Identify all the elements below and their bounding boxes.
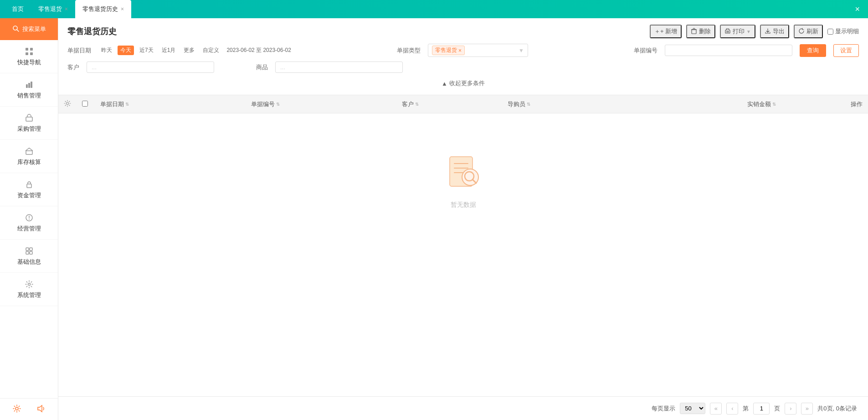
svg-rect-16	[30, 248, 32, 251]
sidebar-item-finance[interactable]: 资金管理	[0, 173, 58, 206]
tab-return-history-close[interactable]: ×	[121, 6, 124, 12]
column-settings-icon[interactable]	[64, 102, 71, 108]
info-icon	[24, 246, 34, 256]
volume-icon[interactable]	[36, 404, 46, 415]
sidebar-item-system[interactable]: 系统管理	[0, 273, 58, 306]
tab-return[interactable]: 零售退货 ×	[31, 0, 75, 18]
sort-amount[interactable]: 实销金额	[747, 100, 776, 108]
svg-rect-3	[30, 48, 33, 51]
page-number-input[interactable]	[753, 403, 770, 415]
th-settings	[58, 95, 77, 113]
window-close-button[interactable]: ×	[851, 5, 863, 14]
show-detail-checkbox-label[interactable]: 显示明细	[827, 27, 859, 36]
export-button[interactable]: 导出	[760, 25, 789, 38]
sort-guide[interactable]: 导购员	[508, 100, 530, 108]
date-btn-custom[interactable]: 自定义	[200, 46, 222, 55]
empty-text: 暂无数据	[451, 201, 476, 209]
tab-return-history[interactable]: 零售退货历史 ×	[75, 0, 131, 18]
per-page-select[interactable]: 50 10 20 100	[680, 403, 705, 414]
main-layout: 搜索菜单 快捷导航 销售管理 采购管理 库存核算	[0, 18, 868, 420]
voucher-input[interactable]	[665, 45, 792, 56]
per-page-label: 每页显示	[652, 405, 675, 413]
svg-point-26	[67, 102, 69, 105]
sidebar-item-operation[interactable]: 经营管理	[0, 206, 58, 240]
gear-icon[interactable]	[12, 404, 21, 415]
date-btn-1month[interactable]: 近1月	[159, 46, 179, 55]
collapse-button[interactable]: ▲ 收起更多条件	[442, 77, 485, 89]
svg-point-14	[29, 219, 30, 220]
sidebar-item-sales[interactable]: 销售管理	[0, 73, 58, 107]
sidebar-search[interactable]: 搜索菜单	[0, 18, 58, 40]
sort-voucher-no[interactable]: 单据编号	[251, 100, 280, 108]
svg-rect-11	[27, 184, 31, 188]
goods-input[interactable]: ...	[275, 61, 403, 73]
voucher-label: 单据编号	[634, 46, 657, 55]
customer-input[interactable]: ...	[87, 61, 214, 73]
add-button[interactable]: ＋ + 新增	[650, 25, 682, 38]
svg-rect-17	[26, 251, 29, 254]
sort-customer[interactable]: 客户	[402, 100, 419, 108]
svg-rect-18	[30, 251, 32, 254]
type-select[interactable]: 零售退货 × ▼	[428, 44, 528, 57]
type-label: 单据类型	[397, 46, 421, 55]
page-title: 零售退货历史	[67, 26, 117, 37]
filter-row-1: 单据日期 昨天 今天 近7天 近1月 更多 自定义 2023-06-02 至 2…	[67, 44, 859, 57]
sidebar-item-inventory[interactable]: 库存核算	[0, 140, 58, 173]
top-bar: 首页 零售退货 × 零售退货历史 × ×	[0, 0, 868, 18]
svg-line-1	[17, 30, 19, 31]
shop-icon	[24, 113, 34, 123]
th-amount: 实销金额	[631, 95, 781, 113]
goods-placeholder: ...	[280, 64, 285, 71]
tab-return-close[interactable]: ×	[65, 6, 68, 12]
refresh-button[interactable]: 刷新	[794, 25, 823, 38]
empty-illustration	[441, 150, 486, 195]
svg-rect-22	[692, 30, 696, 34]
goods-label: 商品	[256, 63, 268, 72]
svg-rect-2	[26, 48, 28, 51]
date-range-display: 2023-06-02 至 2023-06-02	[226, 46, 291, 54]
page-title-row: 零售退货历史 ＋ + 新增 删除	[67, 25, 859, 38]
date-btn-today[interactable]: 今天	[118, 46, 134, 55]
th-checkbox	[77, 95, 95, 113]
sidebar-item-basic[interactable]: 基础信息	[0, 240, 58, 273]
prev-page-button[interactable]: ‹	[726, 403, 738, 415]
first-page-button[interactable]: «	[710, 403, 722, 415]
customer-placeholder: ...	[92, 64, 97, 71]
delete-button[interactable]: 删除	[686, 25, 715, 38]
filter-area: 单据日期 昨天 今天 近7天 近1月 更多 自定义 2023-06-02 至 2…	[67, 44, 859, 95]
th-guide: 导购员	[502, 95, 631, 113]
plus-icon: ＋	[654, 27, 660, 36]
date-btn-7days[interactable]: 近7天	[137, 46, 156, 55]
next-page-button[interactable]: ›	[785, 403, 796, 415]
tab-home[interactable]: 首页	[5, 0, 31, 18]
sidebar-item-purchase[interactable]: 采购管理	[0, 107, 58, 140]
top-bar-right: ×	[851, 5, 863, 14]
svg-rect-10	[26, 151, 32, 154]
svg-point-20	[15, 407, 18, 410]
svg-rect-4	[26, 52, 28, 55]
select-all-checkbox[interactable]	[82, 101, 88, 107]
th-customer: 客户	[396, 95, 502, 113]
table-body: 暂无数据	[58, 113, 868, 246]
warehouse-icon	[24, 146, 34, 156]
export-icon	[765, 28, 771, 36]
query-button[interactable]: 查询	[800, 44, 826, 57]
data-table: 单据日期 单据编号 客户 导购员 实销金额	[58, 95, 868, 246]
svg-rect-6	[26, 84, 28, 88]
last-page-button[interactable]: »	[801, 403, 813, 415]
bar-chart-icon	[24, 80, 34, 90]
tag-close-icon[interactable]: ×	[458, 47, 462, 54]
svg-point-19	[28, 283, 30, 286]
type-tag: 零售退货 ×	[432, 46, 465, 55]
date-btn-yesterday[interactable]: 昨天	[98, 46, 115, 55]
print-button[interactable]: 打印 ▼	[720, 25, 755, 38]
sort-date[interactable]: 单据日期	[100, 100, 129, 108]
settings-icon	[24, 279, 34, 289]
sidebar-item-quick-nav[interactable]: 快捷导航	[0, 40, 58, 73]
sidebar-bottom	[0, 398, 58, 420]
date-btn-more[interactable]: 更多	[181, 46, 197, 55]
date-label: 单据日期	[67, 46, 91, 55]
show-detail-checkbox[interactable]	[827, 29, 833, 35]
setting-button[interactable]: 设置	[833, 44, 859, 57]
operation-icon	[24, 213, 34, 223]
